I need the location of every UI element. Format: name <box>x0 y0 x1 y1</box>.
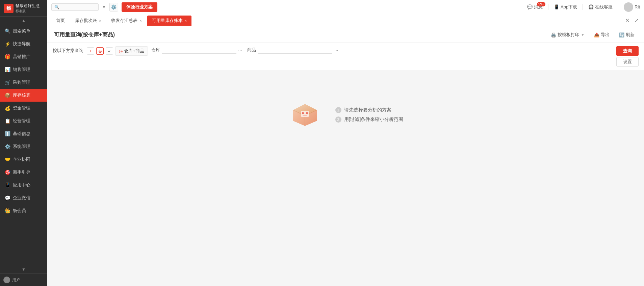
sidebar-item-label: 基础信息 <box>13 131 30 137</box>
user-menu-btn[interactable]: Rit <box>624 2 640 12</box>
search-icon: 🔍 <box>5 28 10 34</box>
warehouse-label: 仓库 <box>151 47 160 53</box>
empty-tip-1-text: 请先选择要分析的方案 <box>344 107 391 113</box>
top-bar-right: 💬 消息 99+ 📱 App下载 🎧 在线客服 Rit <box>527 2 640 12</box>
tab-available[interactable]: 可用量库存账本 × <box>147 16 191 26</box>
sidebar-footer[interactable]: 用户 <box>0 274 47 286</box>
sidebar-item-member[interactable]: 👑 畅会员 <box>0 204 47 217</box>
sidebar-brand: 畅 畅康通好生意 标准版 <box>0 0 47 17</box>
sidebar-item-system[interactable]: ⚙️ 系统管理 <box>0 140 47 153</box>
add-scheme-btn[interactable]: + <box>87 47 94 55</box>
sidebar-item-label: 营销推广 <box>13 54 30 60</box>
warehouse-input[interactable] <box>162 46 236 54</box>
settings-icon-button[interactable]: ⚙️ <box>109 3 118 11</box>
chart-icon: 📊 <box>5 67 10 72</box>
sidebar-item-label: 资金管理 <box>13 105 30 111</box>
sidebar-item-operation[interactable]: 📋 经营管理 <box>0 114 47 127</box>
message-badge: 99+ <box>537 2 545 6</box>
brand-icon: 畅 <box>4 4 14 13</box>
scheme-settings-btn[interactable]: ⊕ <box>96 47 104 55</box>
sidebar-scroll-up[interactable]: ▲ <box>0 17 47 25</box>
tab-summary[interactable]: 收发存汇总表 × <box>106 16 146 26</box>
divider <box>548 4 548 10</box>
brand-version: 标准版 <box>16 9 40 14</box>
sidebar-item-newuser[interactable]: 🎯 新手引导 <box>0 166 47 179</box>
refresh-icon: 🔄 <box>619 32 624 37</box>
wechat-icon: 💬 <box>5 195 10 201</box>
experience-btn[interactable]: 体验行业方案 <box>122 2 157 12</box>
online-service-btn[interactable]: 🎧 在线客服 <box>588 4 613 10</box>
tabs-bar: 首页 库存批次账 × 收发存汇总表 × 可用量库存账本 × ✕ ⤢ <box>47 14 644 27</box>
query-button[interactable]: 查询 <box>616 46 639 56</box>
product-input[interactable] <box>258 46 332 54</box>
product-more-btn[interactable]: ··· <box>334 48 338 53</box>
filter-fields-row: 仓库 ··· 商品 ··· <box>151 46 613 54</box>
tab-batch[interactable]: 库存批次账 × <box>70 16 106 26</box>
print-label: 按模板打印 <box>558 32 579 38</box>
export-btn[interactable]: 📤 导出 <box>591 30 612 39</box>
filter-scheme-area: + ⊕ « ◎ 仓库+商品 <box>87 46 148 56</box>
filter-actions: 查询 设置 <box>616 46 639 67</box>
sidebar-item-inventory[interactable]: 📦 库存核算 <box>0 89 47 102</box>
print-btn[interactable]: 🖨️ 按模板打印 ▼ <box>548 30 587 39</box>
inventory-icon: 📦 <box>5 93 10 98</box>
user-avatar-small <box>3 277 10 283</box>
message-icon: 💬 <box>527 4 533 9</box>
search-dropdown-icon[interactable]: ▼ <box>102 5 106 9</box>
tab-home[interactable]: 首页 <box>51 16 70 26</box>
main-area: 🔍 ▼ ⚙️ 体验行业方案 💬 消息 99+ 📱 App下载 🎧 在线客服 <box>47 0 644 286</box>
print-dropdown-icon[interactable]: ▼ <box>581 33 585 37</box>
sidebar-item-label: 搜索菜单 <box>13 28 30 34</box>
user-name: Rit <box>635 4 640 9</box>
refresh-btn[interactable]: 🔄 刷新 <box>616 30 637 39</box>
print-icon: 🖨️ <box>551 32 556 37</box>
collapse-btn[interactable]: « <box>106 47 113 55</box>
tab-available-close[interactable]: × <box>185 19 187 23</box>
sidebar-item-label: 采购管理 <box>13 79 30 85</box>
sidebar-item-appcenter[interactable]: 📱 应用中心 <box>0 179 47 191</box>
top-bar-search-box[interactable]: 🔍 <box>51 3 99 11</box>
message-btn[interactable]: 💬 消息 99+ <box>527 4 543 10</box>
sidebar-item-marketing[interactable]: 🎁 营销推广 <box>0 50 47 63</box>
sidebar-item-purchase[interactable]: 🛒 采购管理 <box>0 76 47 89</box>
settings-button[interactable]: 设置 <box>616 57 639 67</box>
page-title: 可用量查询(按仓库+商品) <box>54 31 115 38</box>
empty-tips: 1 请先选择要分析的方案 2 用[过滤]条件来缩小分析范围 <box>335 107 404 123</box>
warehouse-more-btn[interactable]: ··· <box>238 48 242 53</box>
warehouse-filter: 仓库 ··· <box>151 46 242 54</box>
page-header: 可用量查询(按仓库+商品) 🖨️ 按模板打印 ▼ 📤 导出 🔄 刷新 <box>47 27 644 43</box>
sidebar-item-label: 库存核算 <box>13 92 30 98</box>
sidebar-item-finance[interactable]: 💰 资金管理 <box>0 102 47 114</box>
scheme-item-warehouse-product[interactable]: ◎ 仓库+商品 <box>115 46 148 56</box>
sidebar-item-label: 企业微信 <box>13 195 30 201</box>
sidebar-item-label: 销售管理 <box>13 67 30 73</box>
tab-batch-close[interactable]: × <box>99 19 101 23</box>
target-icon: 🎯 <box>5 170 10 175</box>
sidebar-item-sales[interactable]: 📊 销售管理 <box>0 63 47 76</box>
scheme-circle-icon: ◎ <box>119 49 123 54</box>
mobile-icon: 📱 <box>5 182 10 188</box>
crown-icon: 👑 <box>5 208 10 213</box>
export-label: 导出 <box>601 32 610 38</box>
sidebar-scroll-down[interactable]: ▼ <box>0 265 47 274</box>
sidebar-item-enterprise[interactable]: 🤝 企业协同 <box>0 153 47 166</box>
empty-tip-2: 2 用[过滤]条件来缩小分析范围 <box>335 116 404 123</box>
divider <box>583 4 583 10</box>
tab-summary-close[interactable]: × <box>139 19 141 23</box>
tab-available-label: 可用量库存账本 <box>152 18 183 24</box>
sidebar-item-shortcut[interactable]: ⚡ 快捷导航 <box>0 37 47 50</box>
tab-expand[interactable]: ⤢ <box>633 17 640 24</box>
sidebar-item-basic[interactable]: ℹ️ 基础信息 <box>0 127 47 140</box>
app-download-btn[interactable]: 📱 App下载 <box>554 4 577 10</box>
operation-icon: 📋 <box>5 118 10 124</box>
app-download-label: App下载 <box>561 4 577 10</box>
top-bar: 🔍 ▼ ⚙️ 体验行业方案 💬 消息 99+ 📱 App下载 🎧 在线客服 <box>47 0 644 14</box>
sidebar-item-search[interactable]: 🔍 搜索菜单 <box>0 25 47 37</box>
sidebar-item-wechat[interactable]: 💬 企业微信 <box>0 191 47 204</box>
sidebar-item-label: 企业协同 <box>13 156 30 162</box>
brand-name: 畅康通好生意 <box>16 3 40 9</box>
finance-icon: 💰 <box>5 105 10 111</box>
tab-close-all[interactable]: ✕ <box>624 17 631 24</box>
svg-point-7 <box>306 112 308 114</box>
search-input[interactable] <box>61 5 95 9</box>
